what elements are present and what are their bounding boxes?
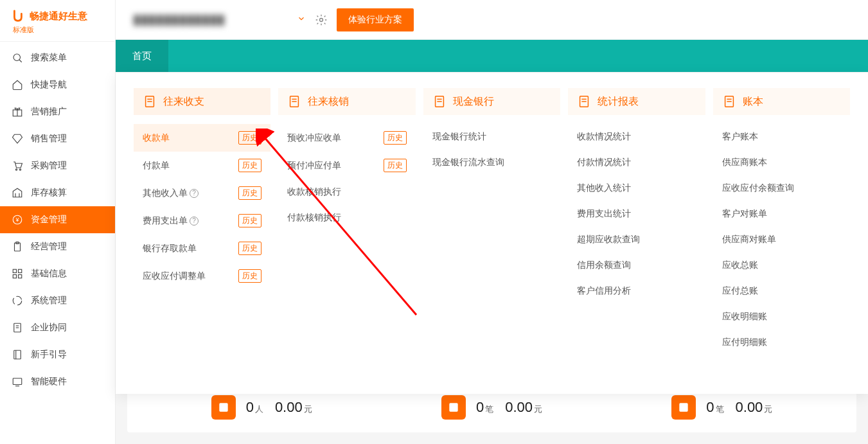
logo-subtitle: 标准版: [13, 25, 105, 35]
mega-item[interactable]: 付款核销执行: [278, 205, 415, 231]
mega-item[interactable]: 预付冲应付单历史: [278, 152, 415, 179]
mega-column-4: 账本客户账本供应商账本应收应付余额查询客户对账单供应商对账单应收总账应付总账应收…: [713, 88, 850, 368]
mega-item[interactable]: 应收明细账: [713, 304, 850, 330]
mega-item-label: 客户对账单: [722, 208, 767, 220]
svg-point-24: [320, 18, 323, 21]
mega-item[interactable]: 客户信用分析: [568, 278, 705, 304]
tab-home[interactable]: 首页: [116, 40, 168, 72]
nav-item-1[interactable]: 快捷导航: [0, 71, 115, 98]
gift-icon: [12, 106, 23, 118]
mega-item[interactable]: 付款情况统计: [568, 150, 705, 175]
mega-item[interactable]: 供应商对账单: [713, 227, 850, 253]
history-badge[interactable]: 历史: [238, 269, 261, 283]
mega-item-label: 超期应收款查询: [577, 234, 640, 245]
mega-item[interactable]: 预收冲应收单历史: [278, 124, 415, 152]
history-badge[interactable]: 历史: [384, 159, 407, 172]
mega-item[interactable]: 费用支出统计: [568, 201, 705, 227]
mega-item[interactable]: 收款单历史: [134, 124, 270, 152]
history-badge[interactable]: 历史: [238, 131, 261, 145]
mega-item[interactable]: 客户账本: [713, 124, 850, 150]
nav-item-label: 经营管理: [31, 241, 67, 253]
mega-item-label: 付款单: [143, 160, 170, 172]
mega-item[interactable]: 现金银行流水查询: [423, 150, 560, 175]
chevron-down-icon[interactable]: [297, 14, 306, 25]
history-badge[interactable]: 历史: [238, 242, 261, 255]
help-icon[interactable]: ?: [190, 217, 199, 226]
mega-item-label: 应收应付调整单: [143, 271, 206, 282]
nav-item-8[interactable]: 基础信息: [0, 260, 115, 287]
mega-item[interactable]: 信用余额查询: [568, 253, 705, 278]
mega-item[interactable]: 费用支出单?历史: [134, 207, 270, 235]
mega-item-label: 预收冲应收单: [287, 132, 341, 144]
nav: 搜索菜单快捷导航营销推广销售管理采购管理库存核算¥资金管理经营管理基础信息系统管…: [0, 42, 115, 444]
nav-item-label: 营销推广: [31, 106, 67, 118]
history-badge[interactable]: 历史: [384, 131, 407, 145]
mega-item[interactable]: 现金银行统计: [423, 124, 560, 150]
svg-point-0: [13, 54, 21, 61]
mega-column-header: 往来核销: [278, 88, 415, 115]
mega-item[interactable]: 应付明细账: [713, 330, 850, 355]
stat-2: 0笔0.00元: [671, 395, 772, 420]
nav-item-4[interactable]: 采购管理: [0, 152, 115, 179]
mega-item[interactable]: 应收总账: [713, 253, 850, 278]
mega-item[interactable]: 超期应收款查询: [568, 227, 705, 253]
mega-item-label: 现金银行统计: [432, 131, 486, 143]
nav-item-9[interactable]: 系统管理: [0, 287, 115, 314]
svg-rect-42: [219, 403, 227, 411]
mega-item-label: 付款情况统计: [577, 157, 631, 168]
mega-item[interactable]: 其他收入单?历史: [134, 179, 270, 207]
mega-item-label: 供应商对账单: [722, 234, 776, 245]
nav-item-0[interactable]: 搜索菜单: [0, 44, 115, 71]
nav-item-12[interactable]: 智能硬件: [0, 368, 115, 395]
history-badge[interactable]: 历史: [238, 214, 261, 227]
mega-item-label: 现金银行流水查询: [432, 157, 504, 168]
logo-area: 畅捷通好生意 标准版: [0, 0, 115, 42]
mega-item[interactable]: 应收应付调整单历史: [134, 262, 270, 290]
stat-icon: [671, 395, 696, 420]
mega-item-label: 应收应付余额查询: [722, 182, 794, 194]
doc-icon: [432, 94, 447, 109]
nav-item-10[interactable]: 企业协同: [0, 314, 115, 341]
mega-item[interactable]: 银行存取款单历史: [134, 235, 270, 262]
mega-column-0: 往来收支收款单历史付款单历史其他收入单?历史费用支出单?历史银行存取款单历史应收…: [134, 88, 270, 368]
history-badge[interactable]: 历史: [238, 186, 261, 200]
nav-item-label: 新手引导: [31, 349, 67, 360]
gear-icon[interactable]: [315, 13, 328, 26]
mega-column-header: 统计报表: [568, 88, 705, 115]
company-selector[interactable]: ████████████: [127, 11, 288, 29]
mega-item-label: 付款核销执行: [287, 212, 341, 224]
svg-rect-13: [19, 269, 22, 272]
stat-num: 0: [476, 399, 484, 415]
mega-item[interactable]: 应付总账: [713, 278, 850, 304]
nav-item-5[interactable]: 库存核算: [0, 179, 115, 206]
nav-item-7[interactable]: 经营管理: [0, 233, 115, 260]
mega-column-1: 往来核销预收冲应收单历史预付冲应付单历史收款核销执行付款核销执行: [278, 88, 415, 368]
mega-item-label: 信用余额查询: [577, 260, 631, 271]
stat-amount: 0.00: [505, 399, 533, 415]
mega-item[interactable]: 付款单历史: [134, 152, 270, 179]
mega-item[interactable]: 客户对账单: [713, 201, 850, 227]
mega-column-3: 统计报表收款情况统计付款情况统计其他收入统计费用支出统计超期应收款查询信用余额查…: [568, 88, 705, 368]
nav-item-6[interactable]: ¥资金管理: [0, 206, 115, 233]
doc-icon: [143, 94, 157, 109]
note-icon: [12, 322, 23, 333]
mega-item[interactable]: 收款核销执行: [278, 179, 415, 205]
nav-item-3[interactable]: 销售管理: [0, 125, 115, 152]
industry-plan-button[interactable]: 体验行业方案: [337, 8, 414, 31]
nav-item-11[interactable]: 新手引导: [0, 341, 115, 368]
doc-icon: [287, 94, 301, 109]
mega-item[interactable]: 其他收入统计: [568, 175, 705, 201]
nav-item-2[interactable]: 营销推广: [0, 98, 115, 125]
mega-item-label: 供应商账本: [722, 157, 767, 168]
svg-point-16: [13, 296, 22, 305]
mega-item[interactable]: 供应商账本: [713, 150, 850, 175]
logo-icon: [10, 9, 24, 23]
help-icon[interactable]: ?: [190, 189, 199, 198]
mega-item[interactable]: 应收应付余额查询: [713, 175, 850, 201]
history-badge[interactable]: 历史: [238, 159, 261, 172]
diamond-icon: [12, 133, 23, 145]
mega-item-label: 其他收入单?: [143, 188, 199, 199]
mega-item[interactable]: 收款情况统计: [568, 124, 705, 150]
book-icon: [12, 349, 23, 360]
nav-item-label: 基础信息: [31, 268, 67, 280]
